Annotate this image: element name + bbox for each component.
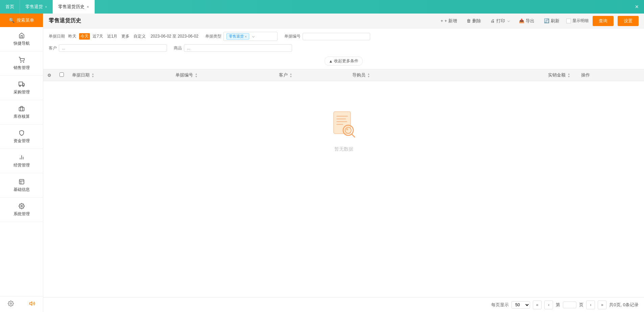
tab-retail-return-label: 零售退货 bbox=[25, 4, 43, 10]
doc-type-dropdown-icon bbox=[252, 35, 255, 38]
svg-marker-3 bbox=[23, 83, 24, 85]
delete-icon: 🗑 bbox=[467, 18, 471, 23]
tab-home-label: 首页 bbox=[5, 4, 14, 10]
print-label: 打印 bbox=[496, 18, 505, 24]
sidebar-item-operations[interactable]: 经营管理 bbox=[0, 149, 43, 173]
page-total: 共0页, 0条记录 bbox=[609, 302, 639, 308]
delete-btn[interactable]: 🗑 删除 bbox=[464, 17, 484, 25]
refresh-icon: 🔄 bbox=[544, 18, 549, 23]
refresh-label: 刷新 bbox=[551, 18, 559, 24]
print-btn[interactable]: 🖨 打印 bbox=[488, 17, 512, 25]
th-doc-date-sort: ▲▼ bbox=[92, 73, 94, 78]
th-settings[interactable]: ⚙ bbox=[43, 69, 55, 81]
query-btn[interactable]: 查询 bbox=[593, 16, 614, 26]
tab-retail-return-history-close[interactable]: × bbox=[87, 5, 89, 9]
last-page-btn[interactable]: » bbox=[598, 300, 606, 309]
setting-btn[interactable]: 设置 bbox=[618, 16, 639, 26]
sidebar-search-label: 搜索菜单 bbox=[17, 17, 34, 23]
export-label: 导出 bbox=[526, 18, 534, 24]
speaker-bottom-icon[interactable] bbox=[29, 300, 35, 308]
next-page-btn[interactable]: › bbox=[586, 300, 595, 309]
svg-point-24 bbox=[346, 128, 348, 130]
th-customer[interactable]: 客户 ▲▼ bbox=[275, 69, 348, 81]
sidebar-item-basic-info[interactable]: 基础信息 bbox=[0, 173, 43, 198]
sidebar-item-finance[interactable]: 资金管理 bbox=[0, 125, 43, 149]
svg-point-22 bbox=[345, 127, 351, 133]
sidebar-item-sales-mgmt[interactable]: 销售管理 bbox=[0, 51, 43, 76]
doc-type-tag: 零售退货 × bbox=[226, 33, 249, 40]
sidebar-item-inventory[interactable]: 库存核算 bbox=[0, 100, 43, 125]
doc-type-tag-value: 零售退货 bbox=[229, 34, 244, 39]
select-all-checkbox[interactable] bbox=[59, 72, 64, 77]
sidebar-item-quick-nav-label: 快捷导航 bbox=[14, 41, 30, 46]
tab-retail-return[interactable]: 零售退货 × bbox=[20, 0, 53, 14]
date-opt-last1m[interactable]: 近1月 bbox=[106, 33, 119, 40]
doc-type-tag-remove[interactable]: × bbox=[245, 35, 247, 39]
tab-retail-return-close[interactable]: × bbox=[45, 5, 47, 9]
sidebar-bottom bbox=[0, 296, 43, 312]
svg-marker-15 bbox=[30, 302, 32, 306]
doc-type-label: 单据类型 bbox=[205, 34, 221, 39]
th-guide[interactable]: 导购员 ▲▼ bbox=[348, 69, 437, 81]
doc-no-input[interactable] bbox=[303, 33, 370, 40]
goods-filter-group: 商品 bbox=[174, 44, 292, 52]
display-detail-group: 显示明细 bbox=[566, 18, 589, 24]
svg-point-5 bbox=[23, 85, 24, 87]
date-range-value: 2023-06-02 至 2023-06-02 bbox=[150, 34, 198, 39]
svg-rect-17 bbox=[336, 116, 348, 117]
sidebar-item-basic-info-label: 基础信息 bbox=[14, 187, 30, 193]
sales-mgmt-icon bbox=[18, 56, 25, 64]
refresh-btn[interactable]: 🔄 刷新 bbox=[541, 17, 562, 25]
th-actual-amount[interactable]: 实销金额 ▲▼ bbox=[464, 69, 577, 81]
tab-list: 首页 零售退货 × 零售退货历史 × bbox=[0, 0, 635, 14]
date-opt-more[interactable]: 更多 bbox=[120, 33, 131, 40]
date-opt-custom[interactable]: 自定义 bbox=[132, 33, 147, 40]
new-btn[interactable]: + + 新增 bbox=[438, 17, 460, 25]
svg-rect-18 bbox=[336, 118, 346, 119]
first-page-btn[interactable]: « bbox=[533, 300, 542, 309]
date-opt-last7[interactable]: 近7天 bbox=[91, 33, 104, 40]
collapse-btn[interactable]: ▲ 收起更多条件 bbox=[325, 57, 363, 66]
sidebar-item-quick-nav[interactable]: 快捷导航 bbox=[0, 27, 43, 51]
page-size-select[interactable]: 20 50 100 bbox=[511, 301, 530, 309]
tab-home[interactable]: 首页 bbox=[0, 0, 20, 14]
operations-icon bbox=[18, 154, 25, 161]
tab-retail-return-history[interactable]: 零售退货历史 × bbox=[53, 0, 94, 14]
system-icon bbox=[18, 202, 25, 210]
settings-icon: ⚙ bbox=[47, 73, 51, 78]
data-table: ⚙ 单据日期 ▲▼ 单据编号 ▲▼ bbox=[43, 69, 644, 179]
doc-type-filter-group: 单据类型 零售退货 × bbox=[205, 32, 278, 41]
svg-point-1 bbox=[23, 62, 24, 63]
th-check[interactable] bbox=[55, 69, 68, 81]
customer-input[interactable] bbox=[59, 44, 167, 52]
sidebar-item-inventory-label: 库存核算 bbox=[14, 114, 30, 119]
sidebar-item-system[interactable]: 系统管理 bbox=[0, 198, 43, 222]
main-layout: 🔍 搜索菜单 快捷导航 销售管理 采购管理 库存核算 bbox=[0, 14, 644, 312]
empty-state: 暂无数据 bbox=[43, 81, 644, 179]
goods-label: 商品 bbox=[174, 45, 182, 51]
doc-type-select[interactable]: 零售退货 × bbox=[223, 32, 278, 41]
table-container: ⚙ 单据日期 ▲▼ 单据编号 ▲▼ bbox=[43, 69, 644, 297]
sidebar-item-purchase-mgmt[interactable]: 采购管理 bbox=[0, 76, 43, 100]
current-page-input[interactable]: 1 bbox=[563, 302, 576, 308]
th-spacer bbox=[437, 69, 464, 81]
purchase-mgmt-icon bbox=[18, 81, 25, 88]
date-opt-today[interactable]: 今天 bbox=[79, 33, 90, 40]
print-icon: 🖨 bbox=[491, 18, 495, 23]
th-customer-label: 客户 bbox=[279, 72, 288, 77]
th-doc-no[interactable]: 单据编号 ▲▼ bbox=[171, 69, 275, 81]
goods-input[interactable] bbox=[184, 44, 292, 52]
page-unit: 页 bbox=[579, 302, 583, 308]
settings-bottom-icon[interactable] bbox=[8, 300, 14, 308]
doc-no-label: 单据编号 bbox=[284, 34, 301, 39]
doc-no-filter-group: 单据编号 bbox=[284, 33, 370, 40]
empty-illustration bbox=[327, 108, 361, 142]
th-actual-amount-label: 实销金额 bbox=[548, 72, 566, 77]
export-btn[interactable]: 📤 导出 bbox=[516, 17, 537, 25]
top-bar-close[interactable]: × bbox=[635, 3, 644, 10]
sidebar-search[interactable]: 🔍 搜索菜单 bbox=[0, 14, 43, 27]
prev-page-btn[interactable]: ‹ bbox=[544, 300, 553, 309]
date-opt-yesterday[interactable]: 昨天 bbox=[67, 33, 78, 40]
th-doc-date[interactable]: 单据日期 ▲▼ bbox=[68, 69, 171, 81]
display-detail-checkbox[interactable] bbox=[566, 19, 571, 23]
